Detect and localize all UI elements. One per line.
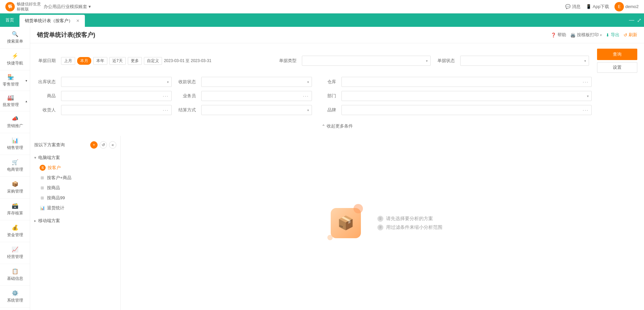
template-dropdown-icon: ▾ [600,33,602,37]
empty-box-icon: 📦 [331,208,361,238]
sidebar-item-ecommerce[interactable]: 🛒 电商管理 [0,155,30,177]
sidebar-item-marketing[interactable]: 📣 营销推广 [0,111,30,133]
main-content: 🔍 搜索菜单 ⚡ 快捷导航 🏪 零售管理 ▾ 🏭 批发管理 ▴ [0,27,644,310]
top-bar-right: 💬 消息 📱 App下载 E demo2 [565,2,639,11]
sidebar-item-sales[interactable]: 📊 销售管理 [0,133,30,155]
operations-icon: 📈 [12,246,18,253]
query-button[interactable]: 查询 [597,49,637,60]
goods-icon: ⊞ [40,185,45,191]
goods99-icon: ⊞ [40,195,45,201]
goods-label: 商品 [37,93,56,99]
sidebar-item-wholesale[interactable]: 🏭 批发管理 ▴ [0,91,30,111]
logo-icon: 畅 [5,2,15,11]
tree-child-return-label: 退货统计 [47,205,64,211]
tree-child-by-customer-goods[interactable]: ⊞ 按客户+商品 [30,173,120,183]
tree-child-customer-goods-label: 按客户+商品 [47,175,71,181]
wholesale-expand-icon: ▴ [25,99,27,103]
system-icon: ⚙️ [12,290,18,296]
type-select-arrow: ▾ [426,59,428,63]
customer-goods-icon: ⊞ [40,175,45,180]
settlement-select[interactable]: ▾ [201,105,312,115]
sidebar-item-inventory[interactable]: 🗃️ 库存核算 [0,199,30,220]
payment-status-label: 收款状态 [177,79,196,85]
export-button[interactable]: ⬇ 导出 [606,32,620,38]
type-select[interactable]: ▾ [302,56,431,66]
sidebar-item-search[interactable]: 🔍 搜索菜单 [0,27,30,49]
tree-child-goods99-label: 按商品99 [47,195,65,201]
tree-child-by-customer[interactable]: 客 按客户 [30,163,120,173]
salesperson-select[interactable]: ··· [201,91,312,101]
settlement-arrow: ▾ [307,108,309,112]
right-content: 📦 ① 请先选择要分析的方案 ② [121,136,644,310]
app-download-button[interactable]: 📱 App下载 [586,4,609,10]
marketing-icon: 📣 [12,115,18,122]
date-btn-last-7-days[interactable]: 近7天 [109,57,126,65]
tree-child-by-goods[interactable]: ⊞ 按商品 [30,183,120,193]
date-btn-custom[interactable]: 自定义 [144,57,162,65]
message-button[interactable]: 💬 消息 [565,4,581,10]
sidebar-item-finance[interactable]: 💰 资金管理 [0,220,30,242]
date-btn-this-year[interactable]: 本年 [93,57,107,65]
tree-section-pc: ▾ 电脑端方案 客 按客户 ⊞ 按客户+商品 ⊞ [30,151,120,214]
status-select[interactable]: ▾ [460,56,589,66]
tree-child-return-stat[interactable]: 📊 退货统计 [30,203,120,213]
tab-sales-stat[interactable]: 销货单统计表（按客户） ✕ [19,15,85,27]
help-button[interactable]: ❓ 帮助 [551,32,566,38]
sidebar-item-enterprise[interactable]: 🤝 企业协同 [0,308,30,310]
empty-hint-1: ① 请先选择要分析的方案 [377,216,442,222]
collapse-panel-button[interactable]: « [109,141,116,149]
date-range-display: 2023-03-01 至 2023-03-31 [164,58,211,64]
sidebar-item-basics[interactable]: 📋 基础信息 [0,264,30,286]
empty-state-container: 📦 ① 请先选择要分析的方案 ② [322,200,442,247]
receiver-more-icon: ··· [163,107,169,113]
user-menu[interactable]: E demo2 [614,2,639,11]
tab-close-button[interactable]: ✕ [76,18,79,23]
sidebar-item-retail[interactable]: 🏪 零售管理 ▾ [0,70,30,91]
content-area: 按以下方案查询 + ↺ « ▾ 电脑端方案 [30,136,644,310]
tab-home-label: 首页 [5,17,14,23]
page-header: 销货单统计表(按客户) ❓ 帮助 🖨️ 按模板打印 ▾ ⬇ 导出 [30,27,644,43]
tab-maximize-button[interactable]: ⤢ [637,17,641,23]
tab-minimize-button[interactable]: — [629,17,634,23]
goods-select[interactable]: ··· [61,91,172,101]
out-status-arrow: ▾ [167,80,169,84]
date-btn-last-month[interactable]: 上月 [61,57,75,65]
sidebar-item-system[interactable]: ⚙️ 系统管理 [0,286,30,308]
warehouse-label: 仓库 [317,79,336,85]
brand-select[interactable]: ··· [341,105,592,115]
collapse-button[interactable]: ⌃ 收起更多条件 [319,120,356,132]
biz-selector[interactable]: 办公用品行业模拟账套 ▾ [44,4,91,10]
return-icon: 📊 [40,205,45,211]
help-icon: ❓ [551,33,556,38]
sidebar-item-shortcuts[interactable]: ⚡ 快捷导航 [0,49,30,70]
sidebar-item-operations[interactable]: 📈 经营管理 [0,242,30,264]
settings-button[interactable]: 设置 [597,62,637,73]
tree-child-goods-label: 按商品 [47,185,60,191]
tab-home[interactable]: 首页 [0,13,19,27]
logo-area: 畅 畅捷信好生意 标账版 [5,2,41,11]
filter-row-4: 收货人 ··· 结算方式 ▾ 品牌 ··· [37,105,637,115]
date-btn-more[interactable]: 更多 [128,57,142,65]
out-status-select[interactable]: ▾ [61,77,172,87]
payment-status-select[interactable]: ▾ [201,77,312,87]
tree-parent-pc-label: 电脑端方案 [38,155,60,161]
template-print-button[interactable]: 🖨️ 按模板打印 ▾ [570,32,602,38]
top-bar: 畅 畅捷信好生意 标账版 办公用品行业模拟账套 ▾ 💬 消息 📱 App下载 [0,0,644,13]
dept-select[interactable]: ▾ [341,91,592,101]
tree-parent-pc[interactable]: ▾ 电脑端方案 [30,153,120,163]
empty-hint-2: ② 用过滤条件来缩小分析范围 [377,224,442,230]
add-scheme-button[interactable]: + [90,141,98,149]
refresh-scheme-button[interactable]: ↺ [100,141,107,149]
export-icon: ⬇ [606,33,609,38]
warehouse-select[interactable]: ··· [341,77,592,87]
sidebar-item-purchase[interactable]: 📦 采购管理 [0,177,30,199]
date-label: 单据日期 [37,58,56,64]
print-icon: 🖨️ [570,33,576,38]
filter-row-2: 出库状态 ▾ 收款状态 ▾ 仓库 ··· [37,77,637,87]
receiver-select[interactable]: ··· [61,105,172,115]
refresh-button[interactable]: ↺ 刷新 [624,32,637,38]
tree-parent-mobile[interactable]: ▸ 移动端方案 [30,216,120,226]
tree-child-by-goods-99[interactable]: ⊞ 按商品99 [30,193,120,203]
finance-icon: 💰 [12,224,18,231]
date-btn-this-month[interactable]: 本月 [77,57,91,65]
